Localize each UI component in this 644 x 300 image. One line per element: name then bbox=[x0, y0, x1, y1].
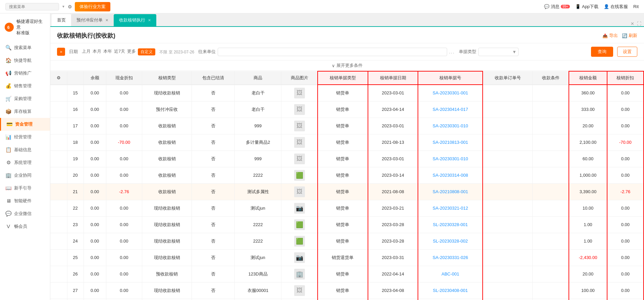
td-included-settled: 否 bbox=[192, 134, 235, 151]
customer-dots-icon[interactable]: ... bbox=[449, 49, 455, 54]
td-seq: 22 bbox=[67, 200, 84, 216]
sidebar-item-system[interactable]: ⚙ 系统管理 bbox=[0, 156, 50, 169]
td-writeoff-discount: 0.00 bbox=[607, 167, 644, 183]
sidebar-item-inventory[interactable]: 📦 库存核算 bbox=[0, 105, 50, 118]
tab-close-all-icon[interactable]: ✕ bbox=[631, 21, 634, 26]
td-voucher-date: 2023-03-01 bbox=[368, 151, 418, 167]
layout: 6 畅捷通谊好生意 标准版 🔍 搜索菜单 🏠 快捷导航 📢 营销推广 💰 销售管… bbox=[0, 13, 644, 300]
sidebar-item-search[interactable]: 🔍 搜索菜单 bbox=[0, 41, 50, 54]
sidebar-item-vip[interactable]: V 畅会员 bbox=[0, 220, 50, 233]
filter-expand-button[interactable]: » bbox=[57, 48, 65, 56]
td-writeoff-type: 收款核销 bbox=[142, 183, 192, 200]
date-option-curr-year[interactable]: 本年 bbox=[103, 48, 112, 55]
dropdown-icon[interactable]: ▼ bbox=[62, 5, 65, 8]
td-voucher-no[interactable]: SA-20230314-008 bbox=[418, 167, 483, 183]
td-voucher-date: 2023-03-01 bbox=[368, 118, 418, 134]
td-receipt-order-no bbox=[483, 151, 533, 167]
voucher-type-select[interactable] bbox=[478, 48, 519, 56]
td-writeoff-type: 现结收款核销 bbox=[142, 299, 192, 300]
date-option-7days[interactable]: 近7天 bbox=[114, 48, 125, 55]
td-voucher-no[interactable]: SL-20230328-001 bbox=[418, 216, 483, 233]
data-table: ⚙ 余额 现金折扣 核销类型 包含已结清 商品 商品图片 核销单据类型 核销单据… bbox=[50, 71, 644, 300]
export-button[interactable]: 📤 导出 bbox=[602, 33, 618, 39]
sidebar-label-operations: 经营管理 bbox=[14, 134, 32, 140]
tab-fullscreen-icon[interactable]: ⛶ bbox=[637, 21, 641, 26]
query-button[interactable]: 查询 bbox=[591, 47, 613, 57]
product-image-placeholder: 🖼 bbox=[294, 285, 305, 296]
td-receipt-condition bbox=[533, 134, 569, 151]
date-custom-btn[interactable]: 自定义 bbox=[138, 48, 155, 55]
sidebar-item-enterprise[interactable]: 🏢 企业协同 bbox=[0, 169, 50, 182]
td-receipt-order-no bbox=[483, 134, 533, 151]
tab-writeoff[interactable]: 收款核销执行 ✕ bbox=[114, 14, 156, 26]
settings-button[interactable]: 设置 bbox=[617, 47, 637, 57]
td-voucher-no[interactable]: SA-20230301-010 bbox=[418, 151, 483, 167]
refresh-button[interactable]: 🔄 刷新 bbox=[622, 33, 637, 39]
td-cash-discount: -70.00 bbox=[106, 134, 142, 151]
tab-writeoff-close[interactable]: ✕ bbox=[148, 18, 151, 23]
sidebar-item-wechat[interactable]: 💬 企业微信 bbox=[0, 207, 50, 220]
solution-button[interactable]: 体验行业方案 bbox=[75, 2, 110, 11]
online-service-button[interactable]: 👤 在线客服 bbox=[604, 4, 628, 10]
td-writeoff-amount: 100.00 bbox=[569, 299, 607, 300]
date-option-curr-month[interactable]: 本月 bbox=[93, 48, 101, 55]
sidebar-item-guide[interactable]: 📖 新手引导 bbox=[0, 182, 50, 195]
td-included-settled: 否 bbox=[192, 216, 235, 233]
td-voucher-no[interactable]: SA-20230331-026 bbox=[418, 249, 483, 266]
td-voucher-no[interactable]: SA-20210813-001 bbox=[418, 134, 483, 151]
user-label[interactable]: Rit bbox=[633, 4, 639, 9]
td-voucher-no[interactable]: SA-20230414-017 bbox=[418, 101, 483, 118]
settings-icon[interactable]: ⚙ bbox=[68, 4, 72, 9]
tab-prepay-close[interactable]: ✕ bbox=[105, 18, 108, 23]
sidebar-item-marketing[interactable]: 📢 营销推广 bbox=[0, 67, 50, 80]
td-voucher-date: 2021-08-08 bbox=[368, 183, 418, 200]
app-download-button[interactable]: 📱 App下载 bbox=[575, 4, 598, 10]
customer-input[interactable] bbox=[218, 48, 447, 56]
th-gear-icon[interactable]: ⚙ bbox=[57, 75, 61, 80]
table-row: 17 0.00 0.00 收款核销 否 999 🖼 销货单 2023-03-01… bbox=[50, 118, 644, 134]
td-included-settled: 否 bbox=[192, 299, 235, 300]
sidebar-item-hardware[interactable]: 🖥 智能硬件 bbox=[0, 195, 50, 207]
date-option-more[interactable]: 更多 bbox=[127, 48, 136, 55]
td-voucher-no[interactable]: SA-20210808-001 bbox=[418, 183, 483, 200]
td-receipt-order-no bbox=[483, 233, 533, 249]
table-row: 24 0.00 0.00 现结收款核销 否 2222 🟩 销货单 2023-03… bbox=[50, 233, 644, 249]
td-voucher-no[interactable]: SA-20230321-012 bbox=[418, 200, 483, 216]
td-voucher-report-type: 销货单 bbox=[318, 151, 368, 167]
expand-more-bar: ∨ 展开更多条件 bbox=[50, 60, 644, 71]
tab-home[interactable]: 首页 bbox=[52, 14, 71, 26]
basic-icon: 📋 bbox=[5, 147, 11, 153]
sidebar-label-basic: 基础信息 bbox=[14, 147, 32, 153]
sidebar-item-operations[interactable]: 📊 经营管理 bbox=[0, 131, 50, 143]
product-image-placeholder: 📷 bbox=[294, 203, 305, 214]
sidebar-item-basic[interactable]: 📋 基础信息 bbox=[0, 143, 50, 156]
sidebar-item-purchase[interactable]: 🛒 采购管理 bbox=[0, 92, 50, 105]
table-row: 26 0.00 0.00 预收款核销 否 123D商品 🏢 销货单 2022-0… bbox=[50, 266, 644, 282]
product-image-placeholder: 🖼 bbox=[294, 137, 305, 148]
td-voucher-no[interactable]: SA-20230301-010 bbox=[418, 118, 483, 134]
date-label: 日期 bbox=[69, 49, 78, 55]
td-voucher-no[interactable]: SL-20230328-002 bbox=[418, 233, 483, 249]
td-settings bbox=[50, 101, 67, 118]
th-settings[interactable]: ⚙ bbox=[50, 71, 67, 85]
sidebar-item-finance[interactable]: 💳 资金管理 bbox=[0, 118, 50, 131]
marketing-icon: 📢 bbox=[5, 70, 11, 76]
td-included-settled: 否 bbox=[192, 118, 235, 134]
th-product: 商品 bbox=[235, 71, 281, 85]
td-voucher-no[interactable]: SA-20230301-001 bbox=[418, 85, 483, 101]
td-seq: 19 bbox=[67, 151, 84, 167]
td-voucher-no[interactable]: SL-20230418-001 bbox=[418, 299, 483, 300]
sidebar-item-sales[interactable]: 💰 销售管理 bbox=[0, 80, 50, 92]
sidebar-item-quicknav[interactable]: 🏠 快捷导航 bbox=[0, 54, 50, 67]
search-input[interactable] bbox=[5, 3, 59, 10]
td-cash-discount: 0.00 bbox=[106, 118, 142, 134]
date-option-prev-month[interactable]: 上月 bbox=[82, 48, 91, 55]
product-image-placeholder: 🖼 bbox=[294, 186, 305, 197]
messages-button[interactable]: 💬 消息 99+ bbox=[544, 4, 570, 10]
td-voucher-no[interactable]: SL-20230408-001 bbox=[418, 282, 483, 299]
tab-prepay[interactable]: 预付冲应付单 ✕ bbox=[71, 14, 114, 26]
table-container[interactable]: ⚙ 余额 现金折扣 核销类型 包含已结清 商品 商品图片 核销单据类型 核销单据… bbox=[50, 71, 644, 300]
expand-more-button[interactable]: ∨ 展开更多条件 bbox=[50, 60, 644, 71]
sidebar-label-sales: 销售管理 bbox=[14, 83, 32, 89]
td-voucher-no[interactable]: ABC-001 bbox=[418, 266, 483, 282]
